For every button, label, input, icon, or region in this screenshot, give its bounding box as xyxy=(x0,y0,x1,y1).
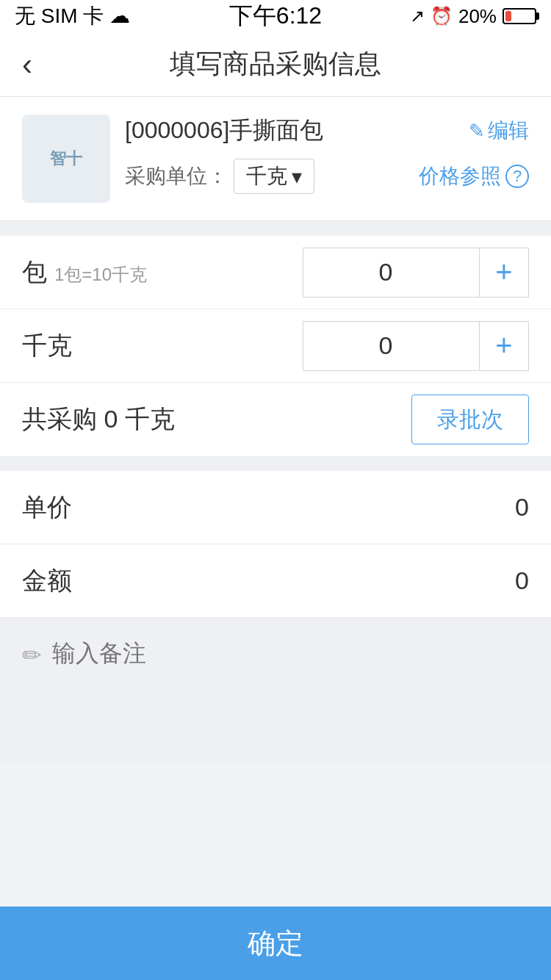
no-sim-text: 无 SIM 卡 ☁ xyxy=(15,2,130,30)
remark-input[interactable] xyxy=(52,640,529,667)
input-section: 包 1包=10千克 + 千克 + 共采购 0 千克 录批次 xyxy=(0,236,551,456)
bag-input-control: + xyxy=(303,248,529,298)
edit-label: 编辑 xyxy=(488,117,529,145)
bag-quantity-input[interactable] xyxy=(303,248,479,298)
bag-input-row: 包 1包=10千克 + xyxy=(0,236,551,309)
total-quantity-text: 共采购 0 千克 xyxy=(22,403,175,436)
edit-button[interactable]: ✎ 编辑 xyxy=(469,117,529,145)
remark-section: ✏ xyxy=(0,618,551,765)
product-image: 智十 xyxy=(22,115,110,203)
section-divider-2 xyxy=(0,456,551,471)
unit-price-value: 0 xyxy=(515,493,529,522)
kg-input-row: 千克 + xyxy=(0,309,551,383)
edit-icon: ✎ xyxy=(469,120,485,143)
back-button[interactable]: ‹ xyxy=(22,47,32,82)
price-ref-label: 价格参照 xyxy=(419,162,501,190)
summary-row: 共采购 0 千克 录批次 xyxy=(0,383,551,456)
product-name-row: [0000006]手撕面包 ✎ 编辑 xyxy=(125,115,529,147)
alarm-icon: ⏰ xyxy=(431,6,453,26)
section-divider-1 xyxy=(0,221,551,236)
status-left: 无 SIM 卡 ☁ xyxy=(15,2,130,30)
record-batch-button[interactable]: 录批次 xyxy=(411,394,529,444)
bag-label: 包 1包=10千克 xyxy=(22,256,147,289)
price-ref-icon: ? xyxy=(505,165,529,188)
amount-row: 金额 0 xyxy=(0,544,551,618)
unit-price-label: 单价 xyxy=(22,491,72,525)
kg-quantity-input[interactable] xyxy=(303,321,479,371)
price-ref-button[interactable]: 价格参照 ? xyxy=(419,162,529,190)
product-card: 智十 [0000006]手撕面包 ✎ 编辑 采购单位： 千克 ▾ xyxy=(0,97,551,221)
status-right: ↗ ⏰ 20% xyxy=(410,5,536,28)
product-unit-row: 采购单位： 千克 ▾ 价格参照 ? xyxy=(125,159,529,194)
bag-plus-button[interactable]: + xyxy=(479,248,529,298)
page-title: 填写商品采购信息 xyxy=(170,46,381,82)
unit-value: 千克 xyxy=(246,162,287,190)
amount-label: 金额 xyxy=(22,564,72,598)
product-name: [0000006]手撕面包 xyxy=(125,115,323,147)
kg-input-control: + xyxy=(303,321,529,371)
amount-value: 0 xyxy=(515,566,529,595)
price-section: 单价 0 金额 0 xyxy=(0,471,551,618)
product-info: [0000006]手撕面包 ✎ 编辑 采购单位： 千克 ▾ 价格参照 ? xyxy=(125,115,529,194)
location-icon: ↗ xyxy=(410,6,425,26)
battery-percent: 20% xyxy=(458,5,497,28)
confirm-button[interactable]: 确定 xyxy=(248,925,303,962)
kg-plus-button[interactable]: + xyxy=(479,321,529,371)
confirm-bar[interactable]: 确定 xyxy=(0,907,551,980)
unit-select[interactable]: 千克 ▾ xyxy=(234,159,314,194)
bag-sublabel: 1包=10千克 xyxy=(54,263,147,287)
unit-label: 采购单位： xyxy=(125,162,228,190)
unit-price-row: 单价 0 xyxy=(0,471,551,544)
status-time: 下午6:12 xyxy=(229,0,322,32)
pencil-icon: ✏ xyxy=(22,641,42,669)
dropdown-icon: ▾ xyxy=(292,165,302,189)
kg-label: 千克 xyxy=(22,329,72,363)
nav-bar: ‹ 填写商品采购信息 xyxy=(0,32,551,97)
battery-icon xyxy=(503,8,536,24)
status-bar: 无 SIM 卡 ☁ 下午6:12 ↗ ⏰ 20% xyxy=(0,0,551,32)
